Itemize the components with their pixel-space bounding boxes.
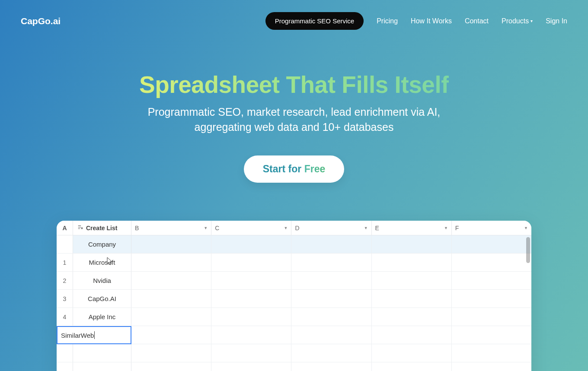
cell-company-header[interactable]: Company xyxy=(73,235,131,253)
chevron-down-icon: ▼ xyxy=(204,226,208,230)
empty-cell[interactable] xyxy=(291,290,371,308)
empty-cell[interactable] xyxy=(452,344,531,362)
cell-edit-input[interactable]: SimilarWeb xyxy=(57,326,131,344)
empty-cell[interactable] xyxy=(452,235,531,253)
chevron-down-icon: ▼ xyxy=(444,226,448,230)
row-number: 1 xyxy=(57,254,73,271)
empty-cell[interactable] xyxy=(452,254,531,271)
column-header-c[interactable]: C▼ xyxy=(211,221,291,235)
empty-cell[interactable] xyxy=(291,272,371,289)
column-header-f[interactable]: F▼ xyxy=(452,221,531,235)
empty-cell[interactable] xyxy=(372,326,452,344)
table-row[interactable]: 3 CapGo.AI xyxy=(57,290,531,308)
column-header-d[interactable]: D▼ xyxy=(291,221,371,235)
empty-cell[interactable] xyxy=(291,308,371,326)
empty-cell[interactable] xyxy=(372,254,452,271)
empty-cell[interactable] xyxy=(131,254,211,271)
hero-subtitle-line2: aggregating web data and 10+ databases xyxy=(17,120,571,135)
hero-subtitle: Programmatic SEO, market research, lead … xyxy=(17,105,571,135)
header: CapGo.ai Programmatic SEO Service Pricin… xyxy=(0,0,588,30)
cell-value[interactable]: Microsoft xyxy=(73,254,131,271)
brand-logo[interactable]: CapGo.ai xyxy=(21,16,61,26)
row-number-blank xyxy=(57,235,73,253)
column-letter: D xyxy=(295,225,299,231)
empty-cell[interactable] xyxy=(452,272,531,289)
empty-cell[interactable] xyxy=(452,290,531,308)
nav-link-how-it-works[interactable]: How It Works xyxy=(411,17,452,25)
empty-cell[interactable] xyxy=(372,344,452,362)
empty-cell[interactable] xyxy=(211,290,291,308)
empty-cell[interactable] xyxy=(131,362,211,371)
cta-free: Free xyxy=(304,163,326,174)
empty-cell[interactable] xyxy=(131,344,211,362)
empty-cell[interactable] xyxy=(291,344,371,362)
nav-link-pricing[interactable]: Pricing xyxy=(377,17,398,25)
row-number: 2 xyxy=(57,272,73,289)
cell-value[interactable]: Nvidia xyxy=(73,272,131,289)
nav-pill-programmatic-seo[interactable]: Programmatic SEO Service xyxy=(265,12,364,30)
empty-cell[interactable] xyxy=(372,290,452,308)
empty-cell[interactable] xyxy=(291,235,371,253)
empty-cell[interactable] xyxy=(452,326,531,344)
column-header-b[interactable]: B▼ xyxy=(131,221,211,235)
sheet-body: Company 1 Microsoft 2 Nvidia 3 CapGo.AI … xyxy=(57,235,531,371)
nav-link-sign-in[interactable]: Sign In xyxy=(546,17,567,25)
empty-cell[interactable] xyxy=(131,290,211,308)
empty-cell[interactable] xyxy=(211,235,291,253)
empty-cell[interactable] xyxy=(211,272,291,289)
column-header-a-letter[interactable]: A xyxy=(57,221,73,235)
column-letter: C xyxy=(215,225,219,231)
hero-subtitle-line1: Programmatic SEO, market research, lead … xyxy=(17,105,571,120)
hero-title: Spreadsheet That Fills Itself xyxy=(139,71,449,98)
empty-cell[interactable] xyxy=(372,235,452,253)
row-number: 4 xyxy=(57,308,73,326)
column-letter: F xyxy=(455,225,459,231)
cell-value[interactable]: Apple Inc xyxy=(73,308,131,326)
empty-cell[interactable] xyxy=(211,326,291,344)
empty-cell[interactable] xyxy=(211,362,291,371)
vertical-scrollbar[interactable] xyxy=(526,237,530,263)
empty-cell[interactable] xyxy=(211,344,291,362)
table-row[interactable]: 4 Apple Inc xyxy=(57,308,531,326)
table-row[interactable]: 1 Microsoft xyxy=(57,254,531,272)
create-list-button[interactable]: Create List xyxy=(73,221,131,235)
empty-cell[interactable] xyxy=(211,254,291,271)
row-number xyxy=(57,344,73,362)
cta-start-for-free-button[interactable]: Start for Free xyxy=(244,155,344,183)
hero-section: Spreadsheet That Fills Itself Programmat… xyxy=(0,71,588,183)
table-row-editing[interactable]: SimilarWeb xyxy=(57,326,531,344)
empty-cell[interactable] xyxy=(372,272,452,289)
nav-link-products-dropdown[interactable]: Products ▾ xyxy=(502,17,533,25)
cta-prefix: Start for xyxy=(263,163,304,174)
empty-cell[interactable] xyxy=(452,308,531,326)
nav-link-contact[interactable]: Contact xyxy=(465,17,489,25)
empty-cell[interactable] xyxy=(291,326,371,344)
column-letter: B xyxy=(135,225,139,231)
empty-cell[interactable] xyxy=(372,308,452,326)
row-number: 3 xyxy=(57,290,73,308)
empty-cell[interactable] xyxy=(211,308,291,326)
column-letter: E xyxy=(375,225,379,231)
chevron-down-icon: ▼ xyxy=(364,226,368,230)
empty-cell[interactable] xyxy=(131,235,211,253)
empty-cell[interactable] xyxy=(291,254,371,271)
cell-edit-value: SimilarWeb xyxy=(61,332,94,339)
empty-cell[interactable] xyxy=(131,326,211,344)
cell-value[interactable] xyxy=(73,362,131,371)
table-row[interactable] xyxy=(57,362,531,371)
empty-cell[interactable] xyxy=(452,362,531,371)
cell-value[interactable]: CapGo.AI xyxy=(73,290,131,308)
create-list-icon xyxy=(77,224,83,231)
table-header-row[interactable]: Company xyxy=(57,235,531,254)
chevron-down-icon: ▼ xyxy=(284,226,288,230)
empty-cell[interactable] xyxy=(131,308,211,326)
table-row[interactable]: 2 Nvidia xyxy=(57,272,531,290)
table-row[interactable] xyxy=(57,344,531,362)
column-header-row: A Create List B▼ C▼ D▼ E▼ F▼ xyxy=(57,221,531,235)
chevron-down-icon: ▼ xyxy=(524,226,528,230)
column-header-e[interactable]: E▼ xyxy=(372,221,452,235)
empty-cell[interactable] xyxy=(131,272,211,289)
empty-cell[interactable] xyxy=(372,362,452,371)
empty-cell[interactable] xyxy=(291,362,371,371)
cell-value[interactable] xyxy=(73,344,131,362)
